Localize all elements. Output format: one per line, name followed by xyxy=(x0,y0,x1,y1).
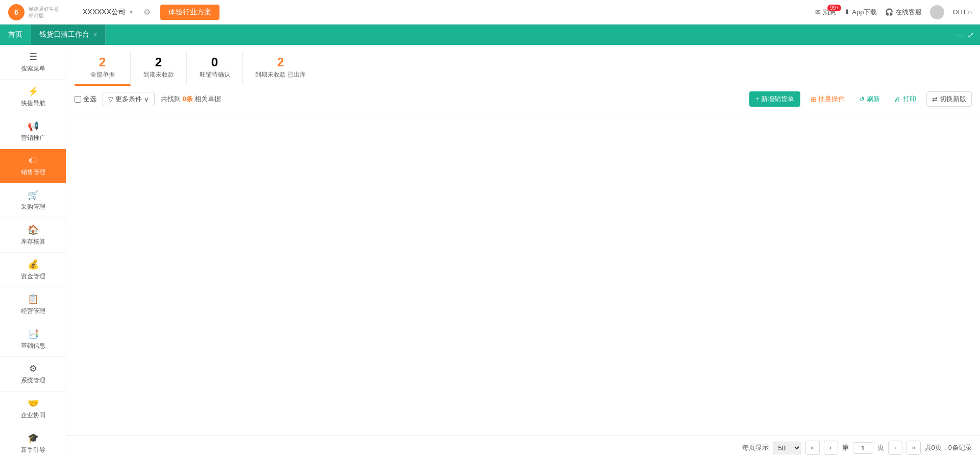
app-download-button[interactable]: ⬇ App下载 xyxy=(844,8,877,17)
sidebar-item-finance[interactable]: 💰 资金管理 xyxy=(0,253,66,287)
found-count: 0条 xyxy=(183,95,193,103)
toolbar-right: + 新增销货单 ⊞ 批量操作 ↺ 刷新 🖨 打印 ⇄ 切换新版 xyxy=(749,91,972,107)
refresh-icon: ↺ xyxy=(859,95,865,103)
print-button[interactable]: 🖨 打印 xyxy=(890,92,920,106)
sidebar-item-marketing[interactable]: 📢 营销推广 xyxy=(0,114,66,149)
content-area: 2 全部单据 2 到期未收款 0 旺铺待确认 2 到期未收款 已出库 全选 xyxy=(66,45,980,460)
sidebar-label-cooperation: 企业协同 xyxy=(21,411,45,420)
company-selector[interactable]: XXXXXX公司 ▼ xyxy=(83,8,134,17)
company-name: XXXXXX公司 xyxy=(83,8,126,17)
avatar[interactable] xyxy=(930,5,944,19)
print-icon: 🖨 xyxy=(894,95,901,103)
page-number-input[interactable] xyxy=(853,442,873,454)
sidebar-item-operations[interactable]: 📋 经营管理 xyxy=(0,287,66,322)
service-icon: 🎧 xyxy=(885,8,893,16)
found-suffix: 相关单据 xyxy=(194,95,221,103)
trial-button[interactable]: 体验行业方案 xyxy=(160,5,219,20)
sidebar-item-guide[interactable]: 🎓 新手引导 xyxy=(0,426,66,460)
logo-text: 畅捷通好生意 标准版 xyxy=(29,6,59,19)
tab-home-label: 首页 xyxy=(8,30,22,39)
select-all-checkbox[interactable]: 全选 xyxy=(75,94,96,104)
guide-icon: 🎓 xyxy=(28,432,39,444)
tab-maximize-button[interactable]: ⤢ xyxy=(967,30,974,40)
stats-tab-shipped[interactable]: 2 到期未收款 已出库 xyxy=(243,51,318,86)
sidebar-label-inventory: 库存核算 xyxy=(21,237,45,246)
batch-label: 批量操作 xyxy=(818,94,845,104)
page-word2: 页 xyxy=(877,443,884,452)
stats-count-all: 2 xyxy=(99,55,106,69)
sidebar-item-search-menu[interactable]: ☰ 搜索菜单 xyxy=(0,45,66,80)
found-prefix: 共找到 xyxy=(161,95,181,103)
stats-label-overdue: 到期未收款 xyxy=(143,70,174,79)
select-all-input[interactable] xyxy=(75,96,81,103)
prev-page-button[interactable]: ‹ xyxy=(824,441,838,455)
cooperation-icon: 🤝 xyxy=(28,398,39,409)
stats-label-shipped: 到期未收款 已出库 xyxy=(255,70,306,79)
last-page-button[interactable]: » xyxy=(906,441,921,455)
sidebar-item-purchase[interactable]: 🛒 采购管理 xyxy=(0,183,66,218)
switch-version-button[interactable]: ⇄ 切换新版 xyxy=(926,91,972,107)
per-page-label: 每页显示 xyxy=(742,443,769,452)
select-all-label: 全选 xyxy=(83,94,96,104)
batch-button[interactable]: ⊞ 批量操作 xyxy=(806,92,849,106)
nav-tabs: 首页 钱货日清工作台 × — ⤢ xyxy=(0,25,980,45)
switch-icon: ⇄ xyxy=(932,95,938,103)
quick-nav-icon: ⚡ xyxy=(28,86,39,97)
filter-arrow-icon: ∨ xyxy=(144,95,149,103)
filter-button[interactable]: ▽ 更多条件 ∨ xyxy=(103,92,155,106)
sidebar-label-guide: 新手引导 xyxy=(21,446,45,454)
page-word: 第 xyxy=(842,443,849,452)
sidebar-item-basic-info[interactable]: 📑 基础信息 xyxy=(0,322,66,357)
sidebar-label-sales: 销售管理 xyxy=(21,168,45,177)
found-text: 共找到 0条 相关单据 xyxy=(161,94,221,104)
stats-count-shipped: 2 xyxy=(277,55,284,69)
main-layout: ☰ 搜索菜单 ⚡ 快捷导航 📢 营销推广 🏷 销售管理 🛒 采购管理 🏠 库存核… xyxy=(0,45,980,460)
download-icon: ⬇ xyxy=(844,8,850,16)
stats-label-pending: 旺铺待确认 xyxy=(200,70,230,79)
pagination: 每页显示 50 10 20 100 « ‹ 第 页 › » 共0页，0条记录 xyxy=(66,435,980,460)
filter-label: 更多条件 xyxy=(115,94,142,104)
stats-count-overdue: 2 xyxy=(155,55,162,69)
refresh-button[interactable]: ↺ 刷新 xyxy=(855,92,884,106)
message-badge: 99+ xyxy=(827,5,841,11)
settings-icon[interactable]: ⚙ xyxy=(140,5,154,19)
page-size-select[interactable]: 50 10 20 100 xyxy=(773,442,801,454)
stats-tab-all[interactable]: 2 全部单据 xyxy=(75,51,131,86)
purchase-icon: 🛒 xyxy=(28,189,39,201)
message-button[interactable]: ✉ 消息 99+ xyxy=(815,8,836,17)
stats-tab-overdue[interactable]: 2 到期未收款 xyxy=(131,51,187,86)
sidebar-item-quick-nav[interactable]: ⚡ 快捷导航 xyxy=(0,80,66,114)
tab-minimize-button[interactable]: — xyxy=(955,30,963,39)
logo-name: 畅捷通好生意 xyxy=(29,6,59,12)
stats-tab-pending[interactable]: 0 旺铺待确认 xyxy=(187,51,243,86)
switch-label: 切换新版 xyxy=(940,94,966,104)
sidebar-label-basic-info: 基础信息 xyxy=(21,342,45,350)
first-page-button[interactable]: « xyxy=(805,441,820,455)
tab-home[interactable]: 首页 xyxy=(0,25,31,45)
tab-workbench-label: 钱货日清工作台 xyxy=(39,30,89,39)
sidebar-item-system[interactable]: ⚙ 系统管理 xyxy=(0,357,66,392)
marketing-icon: 📢 xyxy=(28,120,39,132)
tab-close-icon[interactable]: × xyxy=(93,31,97,38)
sidebar-label-search-menu: 搜索菜单 xyxy=(21,64,45,73)
service-label: 在线客服 xyxy=(895,8,922,17)
stats-count-pending: 0 xyxy=(211,55,218,69)
sidebar-item-cooperation[interactable]: 🤝 企业协同 xyxy=(0,392,66,426)
sales-icon: 🏷 xyxy=(29,155,38,166)
basic-info-icon: 📑 xyxy=(28,328,39,340)
system-icon: ⚙ xyxy=(29,363,37,374)
new-order-button[interactable]: + 新增销货单 xyxy=(749,91,800,107)
online-service-button[interactable]: 🎧 在线客服 xyxy=(885,8,922,17)
tab-workbench[interactable]: 钱货日清工作台 × xyxy=(31,25,106,45)
stats-tabs: 2 全部单据 2 到期未收款 0 旺铺待确认 2 到期未收款 已出库 xyxy=(66,45,980,86)
topbar: 6 畅捷通好生意 标准版 XXXXXX公司 ▼ ⚙ 体验行业方案 ✉ 消息 99… xyxy=(0,0,980,25)
logo: 6 畅捷通好生意 标准版 xyxy=(8,4,75,20)
sidebar-item-inventory[interactable]: 🏠 库存核算 xyxy=(0,218,66,253)
logo-sub: 标准版 xyxy=(29,12,59,19)
table-area xyxy=(66,112,980,435)
operations-icon: 📋 xyxy=(28,294,39,305)
sidebar-item-sales[interactable]: 🏷 销售管理 xyxy=(0,149,66,183)
sidebar-label-purchase: 采购管理 xyxy=(21,203,45,211)
next-page-button[interactable]: › xyxy=(888,441,902,455)
logo-icon: 6 xyxy=(8,4,24,20)
